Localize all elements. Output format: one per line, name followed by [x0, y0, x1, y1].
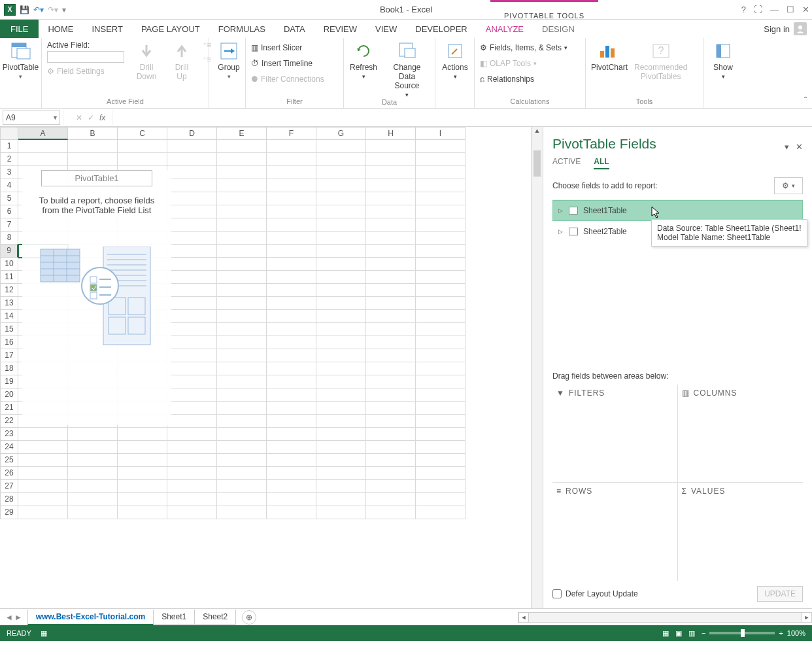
- cell[interactable]: [267, 454, 316, 467]
- cell[interactable]: [366, 179, 416, 192]
- cell[interactable]: [118, 153, 167, 166]
- cell[interactable]: [316, 362, 366, 375]
- cell[interactable]: [366, 140, 416, 153]
- cell[interactable]: [416, 323, 465, 336]
- relationships-button[interactable]: ⎌Relationships: [480, 72, 567, 86]
- cell[interactable]: [316, 454, 366, 467]
- row-header[interactable]: 21: [0, 402, 18, 415]
- column-header[interactable]: B: [68, 127, 118, 140]
- cell[interactable]: [316, 218, 366, 232]
- enter-formula-icon[interactable]: ✓: [88, 113, 94, 122]
- signin-button[interactable]: Sign in: [764, 20, 812, 38]
- cell[interactable]: [416, 284, 465, 297]
- vertical-scrollbar[interactable]: ▲: [531, 127, 543, 608]
- cell[interactable]: [416, 166, 465, 179]
- cell[interactable]: [416, 179, 465, 192]
- cell[interactable]: [217, 441, 267, 454]
- cell[interactable]: [167, 284, 217, 297]
- cell[interactable]: [217, 454, 267, 467]
- cell[interactable]: [18, 441, 68, 454]
- cell[interactable]: [366, 310, 416, 323]
- cell[interactable]: [366, 402, 416, 415]
- cell[interactable]: [267, 310, 316, 323]
- cell[interactable]: [267, 297, 316, 310]
- cell[interactable]: [316, 336, 366, 349]
- cell[interactable]: [217, 297, 267, 310]
- cell[interactable]: [416, 349, 465, 362]
- cell[interactable]: [167, 232, 217, 245]
- cell[interactable]: [267, 362, 316, 375]
- tab-data[interactable]: DATA: [275, 20, 314, 38]
- cell[interactable]: [68, 454, 118, 467]
- cell[interactable]: [217, 415, 267, 428]
- cell[interactable]: [366, 245, 416, 258]
- row-header[interactable]: 5: [0, 192, 18, 205]
- cell[interactable]: [167, 271, 217, 284]
- column-header[interactable]: E: [217, 127, 267, 140]
- cell[interactable]: [416, 336, 465, 349]
- cell[interactable]: [416, 362, 465, 375]
- macro-record-icon[interactable]: ▦: [41, 629, 47, 638]
- view-pagebreak-icon[interactable]: ▥: [688, 629, 695, 638]
- column-header[interactable]: G: [316, 127, 366, 140]
- cell[interactable]: [167, 323, 217, 336]
- cell[interactable]: [416, 467, 465, 480]
- cell[interactable]: [18, 428, 68, 441]
- cell[interactable]: [167, 205, 217, 218]
- cell[interactable]: [167, 362, 217, 375]
- cell[interactable]: [217, 362, 267, 375]
- cell[interactable]: [267, 493, 316, 506]
- cell[interactable]: [267, 258, 316, 271]
- cell[interactable]: [18, 506, 68, 519]
- chevron-down-icon[interactable]: ▼: [52, 114, 58, 121]
- tab-analyze[interactable]: ANALYZE: [477, 20, 533, 38]
- active-field-input[interactable]: [47, 51, 124, 63]
- tab-view[interactable]: VIEW: [366, 20, 406, 38]
- expand-icon[interactable]: ▷: [558, 228, 564, 235]
- cell[interactable]: [416, 192, 465, 205]
- new-sheet-button[interactable]: ⊕: [242, 610, 256, 625]
- show-button[interactable]: Show▾: [709, 41, 737, 80]
- cell[interactable]: [267, 388, 316, 402]
- cell[interactable]: [217, 336, 267, 349]
- cell[interactable]: [217, 140, 267, 153]
- cell[interactable]: [416, 506, 465, 519]
- row-header[interactable]: 12: [0, 284, 18, 297]
- view-pagelayout-icon[interactable]: ▣: [675, 629, 682, 638]
- view-normal-icon[interactable]: ▦: [662, 629, 669, 638]
- cell[interactable]: [167, 415, 217, 428]
- close-icon[interactable]: ✕: [802, 5, 809, 14]
- cell[interactable]: [267, 245, 316, 258]
- group-button[interactable]: Group▾: [214, 41, 243, 80]
- drill-down-button[interactable]: Drill Down: [132, 41, 161, 81]
- cell[interactable]: [267, 441, 316, 454]
- cell[interactable]: [167, 140, 217, 153]
- cell[interactable]: [267, 415, 316, 428]
- cell[interactable]: [118, 140, 167, 153]
- pivottable-button[interactable]: PivotTable▾: [5, 41, 36, 80]
- cell[interactable]: [18, 153, 68, 166]
- cell[interactable]: [416, 402, 465, 415]
- cell[interactable]: [267, 480, 316, 493]
- cell[interactable]: [267, 205, 316, 218]
- cell[interactable]: [316, 179, 366, 192]
- redo-icon[interactable]: ↷▾: [48, 5, 58, 14]
- cell[interactable]: [217, 271, 267, 284]
- horizontal-scrollbar[interactable]: ◄ ►: [518, 611, 812, 623]
- row-header[interactable]: 14: [0, 310, 18, 323]
- scroll-right-icon[interactable]: ►: [802, 612, 812, 623]
- cell[interactable]: [366, 218, 416, 232]
- cell[interactable]: [416, 428, 465, 441]
- cell[interactable]: [267, 375, 316, 388]
- cell[interactable]: [267, 506, 316, 519]
- cell[interactable]: [366, 284, 416, 297]
- cell[interactable]: [267, 284, 316, 297]
- cancel-formula-icon[interactable]: ✕: [76, 113, 82, 122]
- panel-tab-all[interactable]: ALL: [594, 157, 609, 169]
- row-header[interactable]: 18: [0, 362, 18, 375]
- cell[interactable]: [18, 140, 68, 153]
- cell[interactable]: [68, 153, 118, 166]
- row-header[interactable]: 11: [0, 271, 18, 284]
- collapse-ribbon-icon[interactable]: ⌃: [803, 38, 812, 108]
- cell[interactable]: [416, 271, 465, 284]
